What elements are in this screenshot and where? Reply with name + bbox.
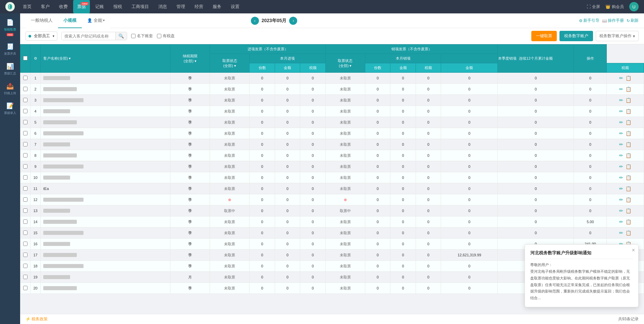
copy-btn[interactable]: 📋: [625, 119, 632, 126]
row-checkbox[interactable]: [23, 175, 28, 180]
user-avatar[interactable]: U: [629, 2, 639, 11]
nav-item-operation[interactable]: 经营: [191, 0, 207, 13]
nav-item-manage[interactable]: 管理: [172, 0, 189, 13]
copy-btn[interactable]: 📋: [625, 75, 632, 81]
row-checkbox[interactable]: [23, 197, 28, 202]
search-button[interactable]: 🔍: [115, 32, 127, 40]
label-tax-disk[interactable]: 有税盘: [157, 33, 175, 39]
period-prev-btn[interactable]: ‹: [251, 17, 259, 25]
nav-item-business[interactable]: 工商项目: [127, 0, 153, 13]
nav-item-tax[interactable]: 报税: [109, 0, 126, 13]
edit-btn[interactable]: ✏: [619, 97, 624, 104]
fullscreen-btn[interactable]: ⛶ 全屏: [587, 4, 600, 10]
row-checkbox[interactable]: [23, 275, 28, 279]
row-checkbox[interactable]: [23, 242, 28, 246]
row-checkbox[interactable]: [23, 164, 28, 169]
row-checkbox[interactable]: [23, 131, 28, 135]
new-guide-btn[interactable]: ⚙ 新手引导: [579, 18, 599, 23]
row-checkbox[interactable]: [23, 286, 28, 290]
edit-btn[interactable]: ✏: [619, 163, 624, 170]
edit-btn[interactable]: ✏: [619, 141, 624, 148]
edit-btn[interactable]: ✏: [619, 207, 624, 214]
row-input-amount-cell: 0: [275, 283, 300, 294]
row-input-count-cell: 0: [250, 183, 275, 194]
copy-btn[interactable]: 📋: [625, 141, 632, 148]
manual-btn[interactable]: 📖 操作手册: [602, 18, 624, 23]
tab-all[interactable]: 👤 全能 ▾: [82, 13, 110, 28]
copy-btn[interactable]: 📋: [625, 185, 632, 192]
edit-btn[interactable]: ✏: [619, 218, 624, 225]
row-checkbox[interactable]: [23, 253, 28, 257]
nav-item-settings[interactable]: 设置: [227, 0, 244, 13]
staff-filter[interactable]: 全部员工 ▾: [25, 31, 57, 41]
copy-btn[interactable]: 📋: [625, 196, 632, 203]
search-input[interactable]: [62, 33, 115, 40]
edit-btn[interactable]: ✏: [619, 75, 624, 81]
copy-btn[interactable]: 📋: [625, 207, 632, 214]
edit-btn[interactable]: ✏: [619, 108, 624, 115]
input-status: 未取票: [224, 253, 235, 257]
row-checkbox[interactable]: [23, 231, 28, 235]
row-checkbox[interactable]: [23, 264, 28, 268]
nav-item-customer[interactable]: 客户: [37, 0, 54, 13]
tax-policy-link[interactable]: ⚡ 税务政策: [25, 316, 48, 322]
row-checkbox[interactable]: [23, 87, 28, 91]
copy-btn[interactable]: 📋: [625, 174, 632, 181]
row-checkbox[interactable]: [23, 120, 28, 124]
copy-btn[interactable]: 📋: [625, 218, 632, 225]
row-checkbox[interactable]: [23, 142, 28, 146]
copy-btn[interactable]: 📋: [625, 152, 632, 159]
sidebar-item-invoice-open[interactable]: 🧾 发票开具: [0, 40, 20, 59]
row-quarterly-tax-cell: 0: [498, 228, 574, 239]
refresh-btn[interactable]: ↻ 刷新: [627, 18, 639, 23]
checkbox-subordinate[interactable]: [131, 34, 136, 38]
edit-btn[interactable]: ✏: [619, 152, 624, 159]
copy-btn[interactable]: 📋: [625, 86, 632, 92]
notification-close-btn[interactable]: ×: [632, 247, 635, 253]
nav-item-fee[interactable]: 收费: [55, 0, 72, 13]
tax-digital-ops-btn[interactable]: 税务数字账户操作 ▾: [596, 31, 639, 41]
edit-btn[interactable]: ✏: [619, 174, 624, 181]
row-checkbox[interactable]: [23, 98, 28, 102]
sidebar-item-scan-upload[interactable]: 📤 扫描上传: [0, 80, 20, 98]
row-checkbox[interactable]: [23, 208, 28, 213]
row-input-tax-cell: 0: [300, 216, 325, 228]
member-btn[interactable]: 👑 购会员: [605, 4, 624, 10]
copy-btn[interactable]: 📋: [625, 163, 632, 170]
copy-btn[interactable]: 📋: [625, 230, 632, 236]
row-period-cell: 季: [170, 128, 210, 139]
row-checkbox[interactable]: [23, 76, 28, 80]
row-checkbox[interactable]: [23, 109, 28, 113]
tab-small-scale[interactable]: 小规模: [58, 13, 82, 28]
edit-btn[interactable]: ✏: [619, 130, 624, 137]
copy-btn[interactable]: 📋: [625, 97, 632, 104]
row-checkbox[interactable]: [23, 153, 28, 157]
edit-btn[interactable]: ✏: [619, 119, 624, 126]
sidebar-item-smart-ticket[interactable]: 📄 智能取票 new: [0, 16, 20, 39]
sidebar-item-invoice-entry[interactable]: 📝 票据录入: [0, 100, 20, 118]
edit-btn[interactable]: ✏: [619, 185, 624, 192]
checkbox-tax-disk[interactable]: [157, 34, 161, 38]
copy-btn[interactable]: 📋: [625, 130, 632, 137]
nav-item-service[interactable]: 服务: [209, 0, 225, 13]
nav-item-ticket[interactable]: 票据 new: [73, 0, 90, 13]
col-output-count-header: 份数: [365, 63, 390, 73]
row-checkbox[interactable]: [23, 219, 28, 224]
sidebar-item-invoice-summary[interactable]: 📊 票据汇总: [0, 60, 20, 78]
label-subordinate[interactable]: 名下账套: [131, 33, 153, 39]
nav-item-home[interactable]: 首页: [19, 0, 36, 13]
edit-btn[interactable]: ✏: [619, 86, 624, 92]
nav-item-message[interactable]: 消息: [154, 0, 171, 13]
select-all-checkbox[interactable]: [23, 56, 28, 60]
one-key-ticket-btn[interactable]: 一键取票: [531, 31, 557, 41]
period-navigator: ‹ 2023年05月 ›: [251, 17, 298, 25]
row-checkbox[interactable]: [23, 186, 28, 191]
tax-digital-account-btn[interactable]: 税务数字账户: [559, 31, 593, 41]
period-next-btn[interactable]: ›: [289, 17, 297, 25]
copy-btn[interactable]: 📋: [625, 108, 632, 115]
edit-btn[interactable]: ✏: [619, 196, 624, 203]
edit-btn[interactable]: ✏: [619, 230, 624, 236]
tab-general-taxpayer[interactable]: 一般纳税人: [25, 13, 58, 28]
table-row: 11 tEa 季 未取票 0 0 0 未取票 0 0 0 0 0 0 ✏ 📋: [20, 183, 644, 194]
nav-item-accounting[interactable]: 记账: [91, 0, 108, 13]
